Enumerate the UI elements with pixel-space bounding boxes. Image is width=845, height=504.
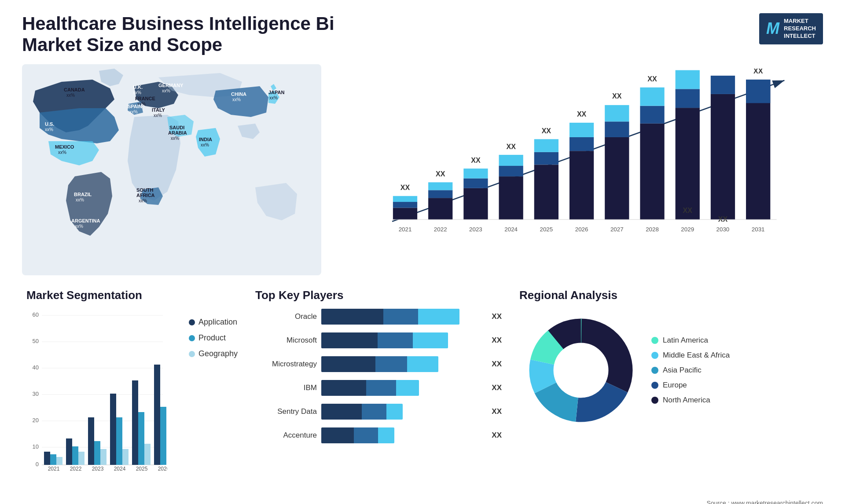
svg-text:2024: 2024 [114, 466, 126, 472]
player-xx-accenture: XX [492, 431, 502, 440]
bottom-content: Market Segmentation 60 50 40 30 20 10 0 [22, 284, 823, 495]
legend-item-middle-east-africa: Middle East & Africa [651, 351, 730, 360]
svg-text:xx%: xx% [162, 88, 170, 93]
world-map: CANADA xx% U.S. xx% MEXICO xx% BRAZIL xx… [22, 64, 321, 275]
segmentation-title: Market Segmentation [26, 289, 238, 302]
svg-rect-119 [132, 380, 138, 465]
player-row-accenture: Accenture XX [255, 427, 502, 443]
svg-text:XX: XX [718, 215, 728, 223]
logo-line1: MARKET [784, 18, 816, 25]
svg-text:ARGENTINA: ARGENTINA [71, 218, 100, 223]
svg-text:XX: XX [647, 75, 657, 83]
page: Healthcare Business Intelligence Bi Mark… [0, 0, 845, 504]
svg-text:2027: 2027 [610, 226, 624, 233]
donut-chart [519, 309, 643, 432]
svg-text:2026: 2026 [158, 466, 167, 472]
bar-chart-section: XX 2021 XX 2022 XX 2023 [330, 64, 823, 275]
svg-rect-123 [154, 365, 160, 465]
svg-rect-40 [428, 198, 452, 219]
svg-text:XX: XX [471, 156, 481, 164]
legend-label-latin-america: Latin America [663, 336, 708, 345]
player-bar-microsoft [321, 332, 484, 348]
players-section: Top Key Players Oracle XX Microsoft [251, 284, 506, 495]
logo-letter: M [766, 19, 779, 38]
svg-text:FRANCE: FRANCE [135, 96, 155, 101]
svg-text:ARABIA: ARABIA [168, 130, 187, 135]
seg-legend: Application Product Geography [189, 309, 238, 358]
svg-rect-85 [746, 80, 770, 103]
svg-text:2023: 2023 [92, 466, 104, 472]
legend-dot-application [189, 319, 195, 325]
player-name-sentry: Sentry Data [255, 407, 317, 416]
svg-text:xx%: xx% [154, 113, 162, 118]
map-svg: CANADA xx% U.S. xx% MEXICO xx% BRAZIL xx… [22, 64, 321, 275]
svg-rect-61 [569, 137, 594, 151]
svg-rect-76 [676, 89, 700, 108]
svg-text:XX: XX [542, 127, 551, 135]
legend-dot-middle-east-africa [651, 352, 658, 359]
legend-label-middle-east-africa: Middle East & Africa [663, 351, 730, 360]
legend-item-latin-america: Latin America [651, 336, 730, 345]
player-row-microsoft: Microsoft XX [255, 332, 502, 348]
player-name-microsoft: Microsoft [255, 336, 317, 345]
svg-rect-46 [463, 179, 488, 188]
svg-rect-47 [463, 168, 488, 178]
svg-text:XX: XX [506, 142, 516, 150]
player-xx-microsoft: XX [492, 336, 502, 345]
svg-text:SOUTH: SOUTH [136, 187, 154, 193]
legend-item-asia-pacific: Asia Pacific [651, 366, 730, 375]
svg-text:xx%: xx% [139, 198, 147, 203]
svg-rect-120 [138, 412, 144, 465]
svg-text:JAPAN: JAPAN [268, 90, 285, 95]
svg-text:2028: 2028 [646, 226, 659, 233]
svg-rect-42 [428, 182, 452, 190]
svg-rect-109 [78, 452, 84, 465]
player-bar-ibm [321, 380, 484, 396]
svg-rect-81 [711, 76, 735, 94]
player-bar-microstrategy [321, 356, 484, 372]
svg-rect-60 [569, 151, 594, 219]
svg-text:10: 10 [33, 443, 39, 450]
top-content: CANADA xx% U.S. xx% MEXICO xx% BRAZIL xx… [22, 64, 823, 275]
regional-legend: Latin America Middle East & Africa Asia … [651, 336, 730, 405]
svg-text:xx%: xx% [269, 95, 278, 100]
svg-text:2025: 2025 [540, 226, 553, 233]
seg-content: 60 50 40 30 20 10 0 [26, 309, 238, 489]
logo-text: MARKET RESEARCH INTELLECT [784, 18, 816, 40]
svg-text:xx%: xx% [75, 224, 83, 229]
legend-item-europe: Europe [651, 381, 730, 390]
svg-text:AFRICA: AFRICA [136, 193, 155, 198]
svg-text:U.K.: U.K. [133, 84, 143, 90]
svg-rect-52 [499, 155, 523, 166]
svg-text:40: 40 [33, 364, 39, 371]
svg-rect-67 [605, 105, 629, 121]
players-content: Oracle XX Microsoft [255, 309, 502, 443]
svg-text:xx%: xx% [129, 110, 138, 114]
svg-text:xx%: xx% [232, 97, 241, 102]
svg-text:BRAZIL: BRAZIL [74, 192, 92, 197]
svg-rect-65 [605, 137, 629, 219]
svg-rect-37 [393, 196, 417, 202]
legend-dot-europe [651, 382, 658, 389]
svg-text:2031: 2031 [752, 226, 765, 233]
svg-rect-51 [499, 166, 523, 176]
svg-text:xx%: xx% [133, 90, 141, 95]
svg-text:ITALY: ITALY [152, 107, 165, 113]
svg-rect-66 [605, 121, 629, 137]
svg-rect-50 [499, 176, 523, 219]
svg-text:XX: XX [400, 183, 410, 191]
svg-rect-35 [393, 208, 417, 219]
legend-dot-product [189, 335, 195, 341]
legend-dot-asia-pacific [651, 367, 658, 374]
legend-item-geography: Geography [189, 349, 238, 358]
player-bar-oracle [321, 309, 484, 325]
logo-area: M MARKET RESEARCH INTELLECT [759, 13, 823, 44]
player-row-ibm: IBM XX [255, 380, 502, 396]
logo-box: M MARKET RESEARCH INTELLECT [759, 13, 823, 44]
svg-rect-71 [640, 106, 664, 124]
legend-dot-latin-america [651, 337, 658, 344]
legend-label-geography: Geography [198, 349, 238, 358]
legend-item-application: Application [189, 318, 238, 327]
svg-text:2022: 2022 [434, 226, 447, 233]
svg-rect-45 [463, 188, 488, 219]
